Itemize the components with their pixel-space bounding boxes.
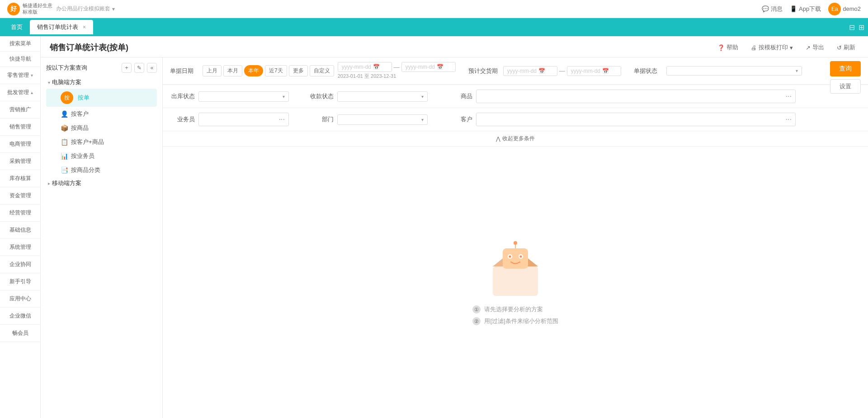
sidebar-item-wechat[interactable]: 企业微信 bbox=[0, 308, 40, 324]
date-btn-last-7[interactable]: 近7天 bbox=[265, 65, 287, 76]
category-icon: 📑 bbox=[61, 166, 68, 174]
tab-minimize-icon[interactable]: ⊟ bbox=[849, 23, 855, 32]
tab-bar: 首页 销售订单统计表 × ⊟ ⊞ bbox=[0, 18, 868, 36]
app-title[interactable]: 办公用品行业模拟账套 ▾ bbox=[56, 5, 115, 13]
query-button[interactable]: 查询 bbox=[830, 61, 861, 76]
svg-point-5 bbox=[519, 256, 522, 258]
tree-node-by-customer[interactable]: 👤 按客户 bbox=[46, 107, 157, 121]
sidebar-section-system: 系统管理 bbox=[0, 239, 40, 256]
tree-desktop-section-header[interactable]: ▾ 电脑端方案 bbox=[44, 76, 159, 88]
sidebar-item-member[interactable]: 畅会员 bbox=[0, 325, 40, 342]
delivery-status-select[interactable] bbox=[198, 91, 289, 102]
date-to-input[interactable]: yyyy-mm-dd 📅 bbox=[401, 62, 456, 72]
refresh-button[interactable]: ↺ 刷新 bbox=[833, 42, 859, 53]
goods-dots[interactable]: ··· bbox=[786, 92, 792, 100]
tab-active[interactable]: 销售订单统计表 × bbox=[30, 20, 93, 34]
tab-maximize-icon[interactable]: ⊞ bbox=[859, 23, 864, 32]
sidebar-item-finance[interactable]: 资金管理 bbox=[0, 187, 40, 204]
tree-label: 按以下方案查询 bbox=[46, 64, 87, 72]
user-avatar-area[interactable]: Ea demo2 bbox=[828, 3, 861, 15]
tree-collapse-button[interactable]: « bbox=[147, 63, 157, 73]
tree-actions: + ✎ « bbox=[122, 63, 157, 73]
tree-panel: 按以下方案查询 + ✎ « ▾ 电脑端方案 按 bbox=[41, 57, 163, 418]
date-btn-this-month[interactable]: 本月 bbox=[223, 65, 242, 76]
collapse-bar[interactable]: ⋀ 收起更多条件 bbox=[163, 131, 868, 147]
app-download-button[interactable]: 📱 App下载 bbox=[790, 5, 821, 13]
date-btn-more[interactable]: 更多 bbox=[289, 65, 308, 76]
expected-date-group: yyyy-mm-dd 📅 — yyyy-mm-dd 📅 bbox=[503, 66, 621, 76]
payment-status-select[interactable] bbox=[337, 91, 428, 102]
tree-add-button[interactable]: + bbox=[122, 63, 132, 73]
sidebar-item-marketing[interactable]: 营销推广 bbox=[0, 101, 40, 118]
sidebar-item-sales[interactable]: 销售管理 bbox=[0, 119, 40, 135]
bill-status-label: 单据状态 bbox=[634, 67, 661, 75]
sidebar-section-operations: 经营管理 bbox=[0, 204, 40, 222]
goods-label: 商品 bbox=[448, 92, 472, 100]
empty-area: ① 请先选择要分析的方案 ② 用[过滤]条件来缩小分析范围 bbox=[163, 147, 868, 418]
tree-node-by-order[interactable]: 按 按单 bbox=[46, 89, 157, 107]
print-icon: 🖨 bbox=[751, 44, 757, 51]
sidebar-section-sales: 销售管理 bbox=[0, 119, 40, 136]
date-btn-this-year[interactable]: 本年 bbox=[244, 65, 263, 76]
date-from-input[interactable]: yyyy-mm-dd 📅 bbox=[338, 62, 392, 72]
tree-node-by-salesperson[interactable]: 📊 按业务员 bbox=[46, 149, 157, 163]
tree-node-by-goods[interactable]: 📦 按商品 bbox=[46, 121, 157, 135]
delivery-caret bbox=[283, 94, 285, 99]
sidebar-section-ecommerce: 电商管理 bbox=[0, 136, 40, 153]
sidebar-item-operations[interactable]: 经营管理 bbox=[0, 204, 40, 221]
expected-date-label: 预计交货期 bbox=[468, 67, 498, 75]
tree-mobile-arrow: ▸ bbox=[48, 181, 50, 186]
sidebar-item-newbie[interactable]: 新手引导 bbox=[0, 273, 40, 290]
avatar: Ea bbox=[828, 3, 841, 15]
right-panel: 单据日期 上月 本月 本年 近7天 更多 自定义 yyyy-mm bbox=[163, 57, 868, 418]
tab-home[interactable]: 首页 bbox=[4, 20, 30, 34]
filter-payment-status: 收款状态 bbox=[309, 91, 428, 102]
export-button[interactable]: ↗ 导出 bbox=[802, 42, 828, 53]
help-button[interactable]: ❓ 帮助 bbox=[714, 42, 742, 53]
salesperson-icon: 📊 bbox=[61, 152, 68, 160]
sidebar-section-basic: 基础信息 bbox=[0, 222, 40, 239]
expected-to-input[interactable]: yyyy-mm-dd 📅 bbox=[567, 66, 621, 76]
sidebar-item-enterprise[interactable]: 企业协同 bbox=[0, 256, 40, 273]
svg-point-4 bbox=[509, 256, 511, 258]
date-btn-last-month[interactable]: 上月 bbox=[203, 65, 222, 76]
sidebar-item-wholesale[interactable]: 批发管理 ▴ bbox=[0, 84, 40, 101]
bill-status-select[interactable] bbox=[666, 66, 802, 76]
tree-mobile-section-header[interactable]: ▸ 移动端方案 bbox=[44, 177, 159, 189]
tree-node-by-category[interactable]: 📑 按商品分类 bbox=[46, 163, 157, 177]
setting-button[interactable]: 设置 bbox=[830, 79, 861, 94]
customer-input[interactable]: ··· bbox=[476, 113, 796, 126]
sidebar-section-apps: 应用中心 bbox=[0, 290, 40, 308]
bill-status-caret bbox=[796, 68, 798, 73]
print-dropdown-icon: ▾ bbox=[790, 44, 793, 51]
sidebar-item-purchase[interactable]: 采购管理 bbox=[0, 153, 40, 170]
sidebar-item-system[interactable]: 系统管理 bbox=[0, 239, 40, 256]
payment-status-label: 收款状态 bbox=[309, 92, 334, 100]
message-button[interactable]: 💬 消息 bbox=[762, 5, 783, 13]
salesperson-input[interactable]: ··· bbox=[198, 113, 289, 126]
sidebar-item-basic[interactable]: 基础信息 bbox=[0, 222, 40, 238]
filter-department: 部门 bbox=[309, 114, 428, 125]
tree-edit-button[interactable]: ✎ bbox=[134, 63, 144, 73]
department-select[interactable] bbox=[337, 114, 428, 125]
calendar-icon: 📅 bbox=[373, 64, 380, 70]
expected-from-input[interactable]: yyyy-mm-dd 📅 bbox=[503, 66, 557, 76]
inner-layout: 按以下方案查询 + ✎ « ▾ 电脑端方案 按 bbox=[41, 57, 868, 418]
tree-node-by-customer-goods[interactable]: 📋 按客户+商品 bbox=[46, 135, 157, 149]
sidebar-item-ecommerce[interactable]: 电商管理 bbox=[0, 136, 40, 152]
goods-input[interactable]: ··· bbox=[476, 90, 796, 103]
date-btn-custom[interactable]: 自定义 bbox=[310, 65, 334, 76]
customer-dots[interactable]: ··· bbox=[786, 115, 792, 124]
sidebar-section-enterprise: 企业协同 bbox=[0, 256, 40, 273]
sidebar-search-menu[interactable]: 搜索菜单 bbox=[0, 36, 40, 52]
header-actions: ❓ 帮助 🖨 按模板打印 ▾ ↗ 导出 ↺ 刷新 bbox=[714, 42, 859, 53]
date-separator: — bbox=[394, 64, 400, 71]
print-button[interactable]: 🖨 按模板打印 ▾ bbox=[747, 42, 797, 53]
salesperson-dots[interactable]: ··· bbox=[279, 115, 285, 124]
department-label: 部门 bbox=[309, 115, 334, 124]
tab-close-icon[interactable]: × bbox=[83, 24, 86, 30]
sidebar-item-inventory[interactable]: 库存核算 bbox=[0, 170, 40, 187]
sidebar-quick-nav[interactable]: 快捷导航 bbox=[0, 52, 40, 67]
sidebar-item-retail[interactable]: 零售管理 ▾ bbox=[0, 67, 40, 84]
sidebar-item-apps[interactable]: 应用中心 bbox=[0, 290, 40, 307]
